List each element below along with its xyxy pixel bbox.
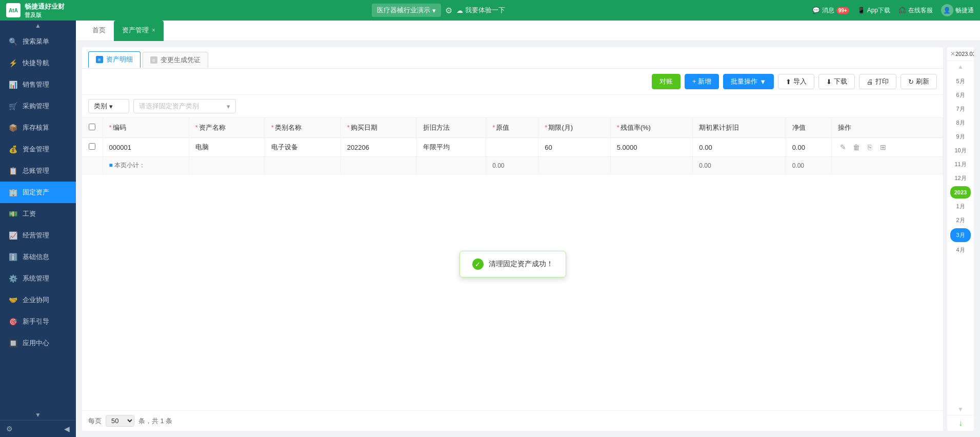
timeline-month-8[interactable]: 8月	[947, 116, 974, 130]
company-name: 医疗器械行业演示	[377, 6, 430, 15]
sub-tab-change-voucher-label: 变更生成凭证	[161, 55, 201, 65]
refresh-button[interactable]: ↻ 刷新	[901, 74, 937, 89]
col-name: *资产名称	[189, 118, 265, 138]
timeline-month-2[interactable]: 2月	[947, 213, 974, 227]
timeline-month-4[interactable]: 4月	[947, 243, 974, 257]
sub-tab-asset-detail[interactable]: ≡ 资产明细	[88, 51, 141, 68]
page-size-select[interactable]: 50 100 200	[106, 415, 134, 427]
company-selector[interactable]: 医疗器械行业演示 ▾	[372, 4, 441, 17]
sidebar-item-purchase-label: 采购管理	[23, 102, 49, 111]
category-input[interactable]: 请选择固定资产类别 ▾	[133, 99, 236, 113]
tab-home-label: 首页	[92, 26, 106, 35]
sidebar-item-quick-nav[interactable]: ⚡ 快捷导航	[0, 52, 76, 74]
batch-ops-button[interactable]: 批量操作 ▼	[723, 74, 774, 89]
timeline-month-3-current[interactable]: 3月	[950, 228, 971, 242]
sidebar-item-fixed-assets[interactable]: 🏢 固定资产	[0, 182, 76, 203]
new-button[interactable]: + 新增	[685, 74, 719, 89]
sidebar-item-ledger-label: 总账管理	[23, 166, 49, 175]
sidebar-settings-icon[interactable]: ⚙	[6, 425, 13, 433]
panel-close-icon[interactable]: ✕	[950, 50, 955, 57]
category-filter[interactable]: 类别 ▾	[88, 99, 129, 113]
app-edition: 普及版	[25, 11, 65, 19]
timeline-month-11[interactable]: 11月	[947, 157, 974, 171]
print-button[interactable]: 🖨 打印	[859, 74, 896, 89]
per-page-label: 每页	[88, 416, 102, 426]
timeline-month-12[interactable]: 12月	[947, 171, 974, 185]
sidebar-item-business[interactable]: 📈 经营管理	[0, 225, 76, 246]
sidebar-item-salary-label: 工资	[23, 209, 36, 218]
timeline-month-1[interactable]: 1月	[947, 200, 974, 213]
app-download-btn[interactable]: 📱 App下载	[857, 6, 890, 15]
timeline-month-7[interactable]: 7月	[947, 102, 974, 116]
sidebar-item-basic-info[interactable]: ℹ️ 基础信息	[0, 246, 76, 268]
delete-icon[interactable]: 🗑	[851, 142, 862, 152]
user-icon: 👤	[941, 4, 953, 16]
tab-close-icon[interactable]: ×	[152, 27, 155, 34]
sub-tab-change-voucher[interactable]: ≡ 变更生成凭证	[143, 52, 208, 68]
sidebar-item-app-center[interactable]: 🔲 应用中心	[0, 332, 76, 354]
timeline-scroll-down[interactable]: ▼	[947, 404, 974, 415]
guide-icon: 🎯	[8, 317, 17, 326]
more-icon[interactable]: ⊞	[878, 142, 888, 152]
messages-badge: 99+	[836, 7, 849, 14]
col-residual-rate: *残值率(%)	[610, 118, 693, 138]
timeline-month-5[interactable]: 5月	[947, 74, 974, 88]
timeline-bottom-btn[interactable]: ↓	[947, 415, 974, 431]
right-panel-header: ✕ 2023.03 ⤢	[947, 47, 974, 61]
batch-ops-label: 批量操作	[731, 77, 757, 86]
sidebar-scroll-up[interactable]: ▲	[0, 21, 76, 31]
app-logo: AtA	[6, 3, 21, 17]
sidebar-item-purchase[interactable]: 🛒 采购管理	[0, 95, 76, 117]
experience-btn[interactable]: ☁ 我要体验一下	[456, 6, 505, 15]
asset-detail-icon: ≡	[96, 56, 103, 63]
online-service-btn[interactable]: 🎧 在线客服	[898, 6, 933, 15]
user-profile[interactable]: 👤 畅捷通	[941, 4, 974, 16]
sidebar-item-enterprise-label: 企业协同	[23, 295, 49, 305]
reconcile-button[interactable]: 对账	[652, 74, 681, 89]
timeline-year-2023: 2023	[950, 186, 971, 198]
sidebar-item-system[interactable]: ⚙️ 系统管理	[0, 268, 76, 289]
table-header-row: *编码 *资产名称 *类别名称 *购买日期 折旧方法 *原值 *期限(月) *残…	[82, 118, 943, 138]
select-all-checkbox[interactable]	[89, 124, 95, 130]
bottom-bar: 每页 50 100 200 条，共 1 条	[82, 410, 943, 431]
user-label: 畅捷通	[955, 6, 974, 15]
sidebar-item-system-label: 系统管理	[23, 274, 49, 283]
sidebar-item-quick-nav-label: 快捷导航	[23, 58, 49, 68]
download-button[interactable]: ⬇ 下载	[818, 74, 855, 89]
sidebar-item-inventory[interactable]: 📦 库存核算	[0, 117, 76, 138]
row-checkbox[interactable]	[89, 143, 95, 150]
export-label: 导入	[793, 77, 807, 86]
messages-btn[interactable]: 💬 消息 99+	[812, 6, 849, 15]
action-icons: ✎ 🗑 ⎘ ⊞	[838, 142, 936, 152]
sidebar-item-fund[interactable]: 💰 资金管理	[0, 138, 76, 160]
sidebar-item-salary[interactable]: 💵 工资	[0, 203, 76, 225]
sidebar-item-sales[interactable]: 📊 销售管理	[0, 74, 76, 95]
export-button[interactable]: ⬆ 导入	[778, 74, 814, 89]
edit-icon[interactable]: ✎	[838, 142, 848, 152]
tab-home[interactable]: 首页	[84, 21, 114, 41]
table-row: 000001 电脑 电子设备 202206 年限平均 60 5.0000 0.0…	[82, 138, 943, 157]
main-panel: ≡ 资产明细 ≡ 变更生成凭证 对账	[82, 47, 943, 431]
sidebar-item-guide-label: 新手引导	[23, 317, 49, 326]
timeline-scroll-up[interactable]: ▲	[947, 61, 974, 72]
cell-period: 60	[538, 138, 610, 157]
timeline-month-6[interactable]: 6月	[947, 88, 974, 102]
sidebar-item-ledger[interactable]: 📋 总账管理	[0, 160, 76, 182]
search-icon: 🔍	[8, 37, 17, 46]
top-bar-right: 💬 消息 99+ 📱 App下载 🎧 在线客服 👤 畅捷通	[812, 4, 974, 16]
total-label: 条，共 1 条	[138, 416, 172, 426]
subtotal-dep-cell	[416, 157, 486, 174]
timeline-down-icon: ↓	[958, 419, 963, 428]
export-icon: ⬆	[786, 78, 791, 86]
tab-asset-manage[interactable]: 资产管理 ×	[114, 21, 164, 41]
sidebar-item-search[interactable]: 🔍 搜索菜单	[0, 31, 76, 52]
timeline-month-10[interactable]: 10月	[947, 144, 974, 157]
sidebar-collapse-icon[interactable]: ◀	[64, 425, 70, 433]
sidebar-scroll-down[interactable]: ▼	[0, 410, 76, 420]
input-chevron-icon: ▾	[227, 103, 230, 110]
copy-icon[interactable]: ⎘	[865, 142, 875, 152]
settings-icon[interactable]: ⚙	[445, 6, 452, 15]
sidebar-item-guide[interactable]: 🎯 新手引导	[0, 311, 76, 332]
sidebar-item-enterprise[interactable]: 🤝 企业协同	[0, 289, 76, 311]
timeline-month-9[interactable]: 9月	[947, 130, 974, 144]
